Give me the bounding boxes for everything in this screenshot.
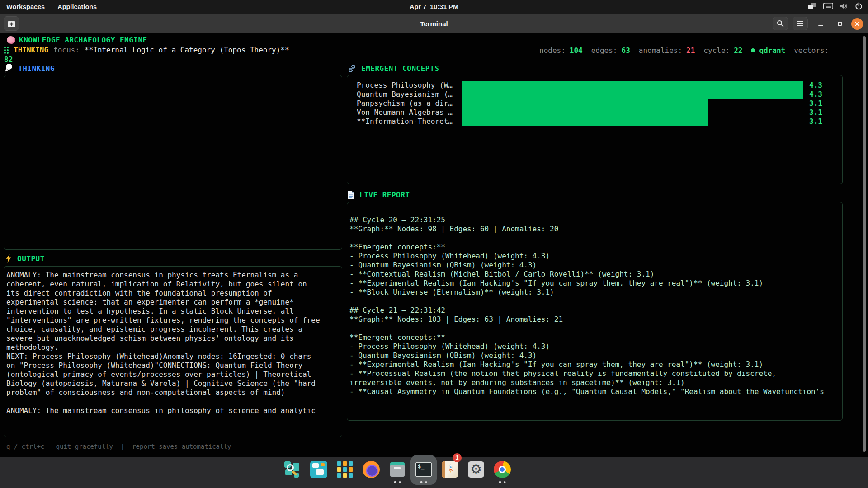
hamburger-icon — [797, 21, 803, 26]
stat-value: 63 — [622, 46, 630, 55]
terminal-text-line: irreversible events, not by enduring sub… — [349, 378, 842, 387]
stat-label: anomalies: — [639, 46, 682, 55]
terminal-text-line: methodology. — [6, 343, 342, 352]
terminal-text-line: - **Causal Asymmetry in Quantum Foundati… — [349, 387, 842, 396]
terminal-text-line: experimental science: that an experiment… — [6, 298, 342, 307]
running-indicator-dots — [394, 481, 401, 483]
terminal-text-line: **Graph:** Nodes: 98 | Edges: 60 | Anoma… — [349, 225, 842, 234]
dock-item-app-grid[interactable] — [336, 461, 354, 478]
concept-label: Process Philosophy (W… — [347, 81, 462, 90]
minimize-button[interactable] — [814, 17, 827, 30]
running-indicator-dots — [420, 481, 427, 483]
concept-row: Panpsychism (as a dir…3.1 — [347, 99, 842, 108]
volume-icon[interactable] — [840, 3, 848, 11]
window-title: Terminal — [0, 14, 868, 33]
stat-nodes: nodes:104 — [539, 46, 583, 55]
engine-stats: nodes:104edges:63anomalies:21cycle:22 qd… — [539, 46, 829, 55]
terminal-text-line: - **Block Universe (Eternalism)** (weigh… — [349, 288, 842, 297]
output-panel-header: OUTPUT — [5, 253, 45, 263]
menu-button[interactable] — [793, 17, 808, 30]
link-icon — [348, 64, 356, 73]
search-button[interactable] — [773, 17, 788, 30]
terminal-text-line: intervention to test a hypothesis. In a … — [6, 307, 342, 316]
terminal-text-line: - Process Philosophy (Whitehead) (weight… — [349, 342, 842, 351]
terminal-text-line: severe but unacknowledged schism between… — [6, 334, 342, 343]
concept-label: Panpsychism (as a dir… — [347, 99, 462, 108]
concept-bar-track — [462, 117, 803, 126]
terminal-text-line: - Process Philosophy (Whitehead) (weight… — [349, 252, 842, 261]
concept-row: Quantum Bayesianism (…4.3 — [347, 90, 842, 99]
terminal-text-line: - **Processual Realism (the notion that … — [349, 369, 842, 378]
dock-item-chrome[interactable] — [494, 461, 511, 478]
stat-label: nodes: — [539, 46, 566, 55]
focus-label: focus: — [53, 46, 80, 54]
stat-edges: edges:63 — [591, 46, 630, 55]
concepts-panel: Process Philosophy (W…4.3Quantum Bayesia… — [347, 75, 843, 184]
dock-item-terminal[interactable]: $_ — [415, 461, 432, 478]
concept-label: **Information-Theoret… — [347, 117, 462, 126]
thinking-panel-header: THINKING — [4, 63, 55, 73]
concept-bar-track — [462, 99, 803, 108]
dock-item-app-finder[interactable] — [284, 461, 301, 478]
terminal-titlebar[interactable]: Terminal — [0, 14, 868, 33]
vectors-label: vectors: — [794, 46, 829, 55]
workspaces-indicator-icon[interactable] — [808, 3, 816, 11]
engine-header: KNOWLEDGE ARCHAEOLOGY ENGINE — [7, 35, 147, 45]
terminal-text-line — [349, 324, 842, 333]
stat-anomalies: anomalies:21 — [639, 46, 695, 55]
concept-bar-track — [462, 108, 803, 117]
clock[interactable]: Apr 7 10:31 PM — [410, 0, 458, 14]
concept-bar-track — [462, 90, 803, 99]
focus-value: **Internal Logic of a Category (Topos Th… — [85, 46, 289, 54]
qdrant-dot-icon — [751, 48, 755, 52]
app-finder-icon — [284, 461, 301, 478]
concept-row: **Information-Theoret…3.1 — [347, 117, 842, 126]
thought-balloon-icon — [4, 64, 13, 73]
terminal-scrollbar[interactable] — [863, 36, 866, 452]
stat-value: 104 — [570, 46, 583, 55]
maximize-icon — [838, 22, 842, 26]
thinking-panel — [4, 75, 342, 250]
close-button[interactable] — [851, 18, 863, 30]
dock-item-settings[interactable]: ⚙ — [467, 461, 485, 478]
output-panel-title: OUTPUT — [17, 254, 45, 263]
terminal-text-line: its direct contradiction with the founda… — [6, 289, 342, 298]
applications-menu[interactable]: Applications — [57, 3, 97, 10]
terminal-content[interactable]: KNOWLEDGE ARCHAEOLOGY ENGINE THINKING fo… — [0, 33, 868, 457]
document-icon — [348, 191, 354, 199]
terminal-text-line: (ontological primacy of events/processes… — [6, 370, 342, 379]
terminal-text-line: - Quantum Bayesianism (QBism) (weight: 4… — [349, 351, 842, 360]
concepts-bar-chart: Process Philosophy (W…4.3Quantum Bayesia… — [347, 81, 842, 126]
concept-bar — [462, 90, 803, 99]
terminal-text-line: ## Cycle 20 — 22:31:25 — [349, 216, 842, 225]
brain-icon — [7, 36, 15, 44]
terminal-text-line: **Graph:** Nodes: 103 | Edges: 63 | Anom… — [349, 315, 842, 324]
settings-icon: ⚙ — [467, 461, 485, 478]
keyboard-icon[interactable] — [823, 3, 833, 11]
terminal-text-line: choice, causality, and epistemic progres… — [6, 325, 342, 334]
concept-bar — [462, 81, 803, 90]
engine-title: KNOWLEDGE ARCHAEOLOGY ENGINE — [19, 36, 147, 44]
window-tiles-icon — [310, 461, 327, 478]
dock-item-notes[interactable]: 1 — [441, 461, 458, 478]
dock-item-window-tiles[interactable] — [310, 461, 327, 478]
desktop: Workspaces Applications Apr 7 10:31 PM T… — [0, 0, 868, 488]
stat-value: 21 — [686, 46, 695, 55]
concept-weight: 3.1 — [809, 117, 822, 126]
terminal-text-line: ANOMALY: The mainstream consensus in phy… — [6, 271, 342, 280]
terminal-text-line: Biology (autopoiesis, Maturana & Varela)… — [6, 379, 342, 388]
workspaces-menu[interactable]: Workspaces — [6, 3, 45, 10]
concept-row: Process Philosophy (W…4.3 — [347, 81, 842, 90]
report-panel-title: LIVE REPORT — [359, 191, 410, 199]
concept-weight: 4.3 — [809, 90, 822, 99]
terminal-text-line: - Quantum Bayesianism (QBism) (weight: 4… — [349, 261, 842, 270]
terminal-text-line: "interventions" are pre-written fixtures… — [6, 316, 342, 325]
terminal-text-line — [349, 234, 842, 243]
dock-item-files[interactable] — [389, 461, 406, 478]
power-icon[interactable] — [855, 2, 863, 11]
maximize-button[interactable] — [833, 17, 846, 30]
running-indicator-dots — [499, 481, 506, 483]
firefox-icon — [363, 461, 380, 478]
concept-label: Von Neumann Algebras … — [347, 108, 462, 117]
dock-item-firefox[interactable] — [363, 461, 380, 478]
